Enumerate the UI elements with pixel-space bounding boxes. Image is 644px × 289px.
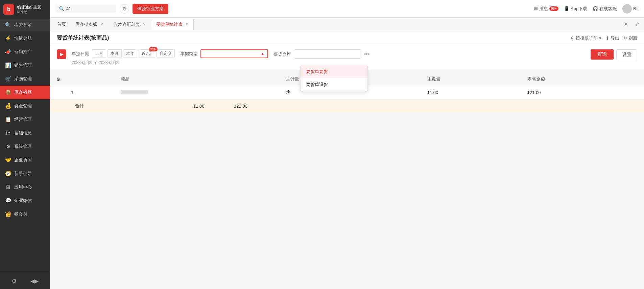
- topbar-search-input[interactable]: [66, 6, 107, 11]
- sidebar-item-label: 系统管理: [14, 143, 32, 150]
- close-tab-invoice-summary[interactable]: ✕: [142, 22, 147, 27]
- footer-total-label: 合计: [71, 103, 139, 109]
- option-label: 要货单退货: [306, 82, 328, 87]
- product-placeholder: [121, 90, 148, 94]
- wechat-icon: 💬: [5, 197, 11, 204]
- inventory-icon: 📦: [5, 89, 11, 96]
- btn-prev-month[interactable]: 上月: [92, 49, 106, 58]
- sidebar-item-finance[interactable]: 💰 资金管理: [0, 99, 50, 113]
- purchase-icon: 🛒: [5, 75, 11, 82]
- minimize-button[interactable]: ✕: [622, 20, 630, 28]
- finance-icon: 💰: [5, 103, 11, 109]
- dropdown-option-purchase[interactable]: 要货单要货: [301, 65, 367, 78]
- filter-type-group: 单据类型 ▲: [180, 49, 268, 58]
- industry-btn[interactable]: 体验行业方案: [133, 4, 168, 14]
- close-tab-batch-account[interactable]: ✕: [99, 22, 104, 27]
- warehouse-label: 要货仓库: [273, 51, 291, 57]
- tab-home[interactable]: 首页: [53, 19, 70, 30]
- logo-name: 畅捷通好生意: [17, 4, 41, 10]
- sidebar-item-label: 企业微信: [14, 198, 32, 204]
- sidebar-search[interactable]: 🔍 搜索菜单: [0, 19, 50, 31]
- filter-expand-btn[interactable]: ▶: [57, 49, 66, 59]
- sidebar-item-marketing[interactable]: 📣 营销推广: [0, 45, 50, 59]
- sidebar-item-label: 基础信息: [14, 130, 32, 136]
- filter-date-group: 单据日期 上月 本月 本年 近7天 更多 自定义 2023-05-06 至 20…: [72, 49, 175, 66]
- tab-invoice-summary[interactable]: 收发存汇总表 ✕: [109, 19, 151, 30]
- btn-custom[interactable]: 自定义: [157, 49, 175, 58]
- tab-label: 要货单统计表: [156, 21, 183, 27]
- topbar-left: 🔍 ⚙ 体验行业方案: [55, 4, 168, 14]
- print-button[interactable]: 🖨 按模板打印 ▾: [570, 35, 601, 41]
- sidebar-item-inventory[interactable]: 📦 库存核算: [0, 86, 50, 99]
- topbar-gear-button[interactable]: ⚙: [120, 4, 129, 14]
- sidebar-item-sales[interactable]: 📊 销售管理: [0, 59, 50, 72]
- topbar-search-box[interactable]: 🔍: [55, 5, 116, 13]
- cell-product: [117, 86, 282, 99]
- messages-item[interactable]: ✉ 消息 99+: [534, 6, 558, 12]
- date-label: 单据日期: [72, 51, 89, 57]
- cell-quantity: 11.00: [423, 86, 523, 99]
- type-dropdown[interactable]: ▲: [200, 49, 268, 58]
- settings-button[interactable]: ⚙: [10, 276, 18, 286]
- tabbar: 首页 库存批次账 ✕ 收发存汇总表 ✕ 要货单统计表 ✕ ✕ ⤢: [50, 18, 644, 31]
- setting-button[interactable]: 设置: [616, 49, 637, 60]
- cell-no: 1: [67, 86, 117, 99]
- page-header: 要货单统计表(按商品) 🖨 按模板打印 ▾ ⬆ 导出 ↻ 刷新: [50, 31, 644, 45]
- sidebar-item-quick-nav[interactable]: ⚡ 快捷导航: [0, 31, 50, 45]
- sidebar-item-wechat[interactable]: 💬 企业微信: [0, 194, 50, 207]
- member-icon: 👑: [5, 211, 11, 218]
- more-options-icon[interactable]: •••: [364, 51, 370, 57]
- dropdown-option-return[interactable]: 要货单退货: [301, 78, 367, 91]
- footer-quantity: 11.00: [189, 104, 230, 109]
- warehouse-input[interactable]: [294, 49, 361, 59]
- sidebar-item-basic-info[interactable]: 🗂 基础信息: [0, 126, 50, 140]
- close-tab-order-summary[interactable]: ✕: [185, 22, 189, 27]
- btn-this-month[interactable]: 本月: [108, 49, 122, 58]
- sidebar-item-operations[interactable]: 📋 经营管理: [0, 113, 50, 126]
- tab-label: 收发存汇总表: [114, 21, 140, 27]
- sidebar-item-enterprise[interactable]: 🤝 企业协同: [0, 153, 50, 167]
- collapse-button[interactable]: ◀▶: [29, 276, 40, 286]
- logo-text-block: 畅捷通好生意 标准版: [17, 4, 41, 15]
- sidebar-item-system[interactable]: ⚙ 系统管理: [0, 140, 50, 153]
- btn-recent-7[interactable]: 近7天 更多: [139, 49, 155, 58]
- sidebar-item-label: 应用中心: [14, 184, 32, 190]
- sidebar-item-guide[interactable]: 🧭 新手引导: [0, 167, 50, 180]
- sidebar-item-label: 经营管理: [14, 116, 32, 123]
- btn-this-year[interactable]: 本年: [123, 49, 137, 58]
- tab-order-summary[interactable]: 要货单统计表 ✕: [152, 19, 194, 30]
- tab-batch-account[interactable]: 库存批次账 ✕: [71, 19, 109, 30]
- logo-icon: b: [3, 4, 14, 15]
- sidebar-item-label: 企业协同: [14, 157, 32, 163]
- sidebar-item-member[interactable]: 👑 畅会员: [0, 207, 50, 221]
- expand-button[interactable]: ⤢: [633, 20, 641, 28]
- refresh-button[interactable]: ↻ 刷新: [623, 35, 637, 41]
- page-content: 要货单统计表(按商品) 🖨 按模板打印 ▾ ⬆ 导出 ↻ 刷新 ▶: [50, 31, 644, 289]
- headset-icon: 🎧: [593, 6, 598, 11]
- option-label: 要货单要货: [306, 69, 328, 74]
- quick-nav-icon: ⚡: [5, 35, 11, 42]
- enterprise-icon: 🤝: [5, 157, 11, 163]
- sidebar-item-app-center[interactable]: ⊞ 应用中心: [0, 180, 50, 194]
- online-service-label: 在线客服: [599, 6, 617, 12]
- filter-warehouse-group: 要货仓库 •••: [273, 49, 370, 59]
- online-service-item[interactable]: 🎧 在线客服: [593, 6, 617, 12]
- user-avatar-item[interactable]: Rit: [622, 4, 639, 14]
- cell-amount: 121.00: [523, 86, 644, 99]
- app-download-item[interactable]: 📱 App下载: [564, 6, 587, 12]
- marketing-icon: 📣: [5, 48, 11, 55]
- sidebar-item-label: 资金管理: [14, 103, 32, 109]
- search-button[interactable]: 查询: [591, 49, 614, 60]
- print-label: 按模板打印: [576, 35, 598, 41]
- type-label: 单据类型: [180, 51, 198, 57]
- sidebar-item-label: 采购管理: [14, 76, 32, 82]
- app-download-label: App下载: [571, 6, 587, 12]
- app-center-icon: ⊞: [5, 184, 11, 191]
- logo-sub: 标准版: [17, 10, 41, 15]
- export-button[interactable]: ⬆ 导出: [605, 35, 619, 41]
- sidebar-item-purchase[interactable]: 🛒 采购管理: [0, 72, 50, 86]
- col-no: [67, 73, 117, 86]
- cell-settings: [50, 86, 67, 99]
- operations-icon: 📋: [5, 116, 11, 123]
- col-settings[interactable]: ⚙: [50, 73, 67, 86]
